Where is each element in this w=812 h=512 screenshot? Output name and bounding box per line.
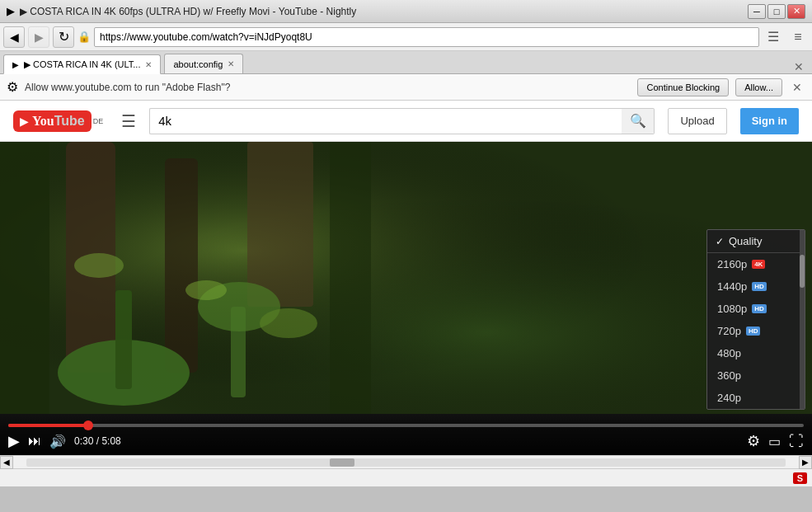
forward-button[interactable]: ▶ — [28, 26, 49, 48]
video-frame — [0, 142, 812, 414]
close-button[interactable]: ✕ — [787, 4, 805, 19]
progress-fill — [8, 424, 88, 427]
quality-item-2160p[interactable]: 2160p 4K — [707, 253, 805, 275]
svg-point-10 — [74, 253, 124, 278]
total-time: 5:08 — [101, 435, 120, 447]
svg-rect-14 — [330, 142, 371, 414]
quality-item-1080p[interactable]: 1080p HD — [707, 298, 805, 320]
nav-right: ☰ ≡ — [763, 26, 809, 48]
youtube-signin-button[interactable]: Sign in — [740, 108, 799, 134]
youtube-locale: DE — [93, 117, 104, 125]
next-button[interactable]: ⏭ — [28, 434, 41, 449]
quality-item-720p[interactable]: 720p HD — [707, 320, 805, 342]
right-controls: ⚙ ▭ ⛶ — [747, 432, 804, 450]
status-bar: S — [0, 468, 812, 486]
youtube-upload-button[interactable]: Upload — [668, 108, 726, 134]
youtube-header: ▶ YouTube DE ☰ 🔍 Upload Sign in — [0, 101, 812, 142]
progress-bar[interactable] — [8, 424, 804, 427]
title-bar-title: ▶ COSTA RICA IN 4K 60fps (ULTRA HD) w/ F… — [20, 6, 356, 17]
quality-item-360p[interactable]: 360p — [707, 364, 805, 387]
flash-icon: ⚙ — [7, 79, 18, 95]
youtube-logo[interactable]: ▶ YouTube — [13, 110, 92, 132]
title-bar-left: ▶ ▶ COSTA RICA IN 4K 60fps (ULTRA HD) w/… — [7, 5, 356, 17]
quality-badge-hd-1080: HD — [752, 304, 767, 313]
allow-button[interactable]: Allow... — [735, 78, 782, 96]
flash-notification-bar: ⚙ Allow www.youtube.com to run "Adobe Fl… — [0, 74, 812, 101]
svg-rect-7 — [115, 290, 132, 389]
svg-rect-4 — [165, 158, 198, 373]
quality-label-2160p: 2160p — [717, 258, 747, 270]
reload-button[interactable]: ↻ — [53, 26, 74, 48]
tab-youtube[interactable]: ▶ ▶ COSTA RICA IN 4K (ULT... ✕ — [3, 54, 161, 74]
svg-rect-13 — [0, 142, 49, 414]
video-area[interactable]: ✓ Quality 2160p 4K 1440p HD 1080p HD 720… — [0, 142, 812, 455]
video-controls: ▶ ⏭ 🔊 0:30 / 5:08 ⚙ ▭ ⛶ — [0, 414, 812, 455]
tab-favicon: ▶ — [12, 60, 19, 69]
tab-about-config[interactable]: about:config ✕ — [164, 54, 243, 73]
quality-menu-header: ✓ Quality — [707, 230, 805, 253]
play-pause-button[interactable]: ▶ — [8, 432, 20, 450]
quality-badge-hd-720: HD — [746, 326, 761, 336]
tab-label: ▶ COSTA RICA IN 4K (ULT... — [24, 59, 140, 70]
horizontal-scrollbar[interactable] — [26, 458, 786, 467]
settings-button[interactable]: ⚙ — [747, 432, 760, 450]
tab-close-about[interactable]: ✕ — [228, 59, 234, 68]
minimize-button[interactable]: ─ — [748, 4, 766, 19]
address-bar[interactable] — [94, 27, 759, 47]
flash-message: Allow www.youtube.com to run "Adobe Flas… — [25, 82, 631, 93]
quality-scrollbar[interactable] — [800, 230, 805, 409]
youtube-menu-icon[interactable]: ☰ — [121, 111, 136, 131]
quality-label-720p: 720p — [717, 325, 741, 337]
youtube-logo-text: YouTube — [32, 114, 85, 129]
lock-icon: 🔒 — [77, 31, 91, 43]
quality-check-icon: ✓ — [716, 236, 724, 247]
scroll-left-button[interactable]: ◀ — [0, 456, 13, 469]
quality-menu-title: Quality — [729, 235, 762, 247]
quality-label-480p: 480p — [717, 347, 741, 359]
quality-scroll-thumb[interactable] — [800, 255, 805, 288]
title-bar-controls: ─ □ ✕ — [748, 4, 805, 19]
back-button[interactable]: ◀ — [3, 26, 25, 48]
continue-blocking-button[interactable]: Continue Blocking — [637, 78, 729, 96]
quality-badge-hd-1440: HD — [752, 282, 767, 291]
progress-dot — [83, 420, 93, 430]
quality-item-1440p[interactable]: 1440p HD — [707, 275, 805, 298]
quality-label-1080p: 1080p — [717, 303, 747, 315]
tab-close-youtube[interactable]: ✕ — [145, 60, 152, 69]
svg-point-11 — [185, 280, 227, 300]
status-icon: S — [793, 472, 807, 484]
horizontal-scroll-thumb[interactable] — [330, 458, 354, 467]
quality-item-480p[interactable]: 480p — [707, 342, 805, 364]
quality-label-240p: 240p — [717, 392, 741, 404]
current-time: 0:30 — [74, 435, 93, 447]
time-display: 0:30 / 5:08 — [74, 435, 121, 447]
quality-menu: ✓ Quality 2160p 4K 1440p HD 1080p HD 720… — [706, 229, 805, 410]
svg-rect-5 — [247, 142, 313, 307]
controls-row: ▶ ⏭ 🔊 0:30 / 5:08 ⚙ ▭ ⛶ — [8, 432, 804, 450]
youtube-search-input[interactable] — [149, 108, 622, 134]
theater-mode-button[interactable]: ▭ — [768, 434, 781, 449]
flash-bar-close-icon[interactable]: ✕ — [789, 81, 805, 94]
maximize-button[interactable]: □ — [767, 4, 786, 19]
tab-label-about: about:config — [173, 59, 223, 69]
quality-label-1440p: 1440p — [717, 280, 747, 293]
youtube-search-button[interactable]: 🔍 — [622, 108, 655, 134]
nav-bar: ◀ ▶ ↻ 🔒 ☰ ≡ — [0, 23, 812, 51]
youtube-search-wrap: 🔍 — [149, 108, 655, 134]
volume-button[interactable]: 🔊 — [49, 434, 66, 449]
svg-point-12 — [260, 308, 317, 338]
horizontal-scrollbar-bar: ◀ ▶ — [0, 455, 812, 468]
title-bar-favicon: ▶ — [7, 5, 15, 17]
reader-view-button[interactable]: ☰ — [763, 26, 784, 48]
youtube-logo-wrap: ▶ YouTube DE — [13, 110, 103, 132]
title-bar: ▶ ▶ COSTA RICA IN 4K 60fps (ULTRA HD) w/… — [0, 0, 812, 23]
quality-badge-4k: 4K — [752, 260, 765, 269]
youtube-logo-play-icon: ▶ — [20, 115, 29, 128]
fullscreen-button[interactable]: ⛶ — [789, 433, 804, 450]
tab-bar-close[interactable]: ✕ — [789, 60, 809, 73]
menu-button[interactable]: ≡ — [787, 26, 809, 48]
scroll-right-button[interactable]: ▶ — [799, 456, 812, 469]
quality-label-360p: 360p — [717, 369, 741, 382]
quality-item-240p[interactable]: 240p — [707, 387, 805, 409]
tab-bar: ▶ ▶ COSTA RICA IN 4K (ULT... ✕ about:con… — [0, 51, 812, 74]
